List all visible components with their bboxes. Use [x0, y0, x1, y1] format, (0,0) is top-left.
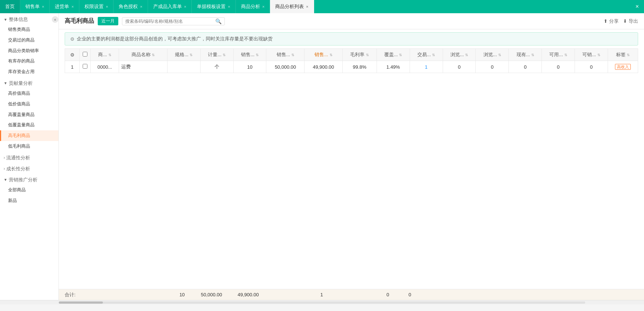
- content-area: 高毛利商品 近一月 🔍 ⬆ 分享 ⬇ 导出 ⚙ 企业的主要的利润都是这部分商品创…: [59, 13, 644, 300]
- scrollbar-thumb[interactable]: [59, 301, 103, 304]
- table-container: ⚙ 商... ⇅ 商品名称 ⇅ 规格... ⇅ 计量... ⇅ 销售... ⇅ …: [59, 48, 644, 289]
- cell-current-stock: 0: [509, 61, 542, 73]
- footer-blank4: [289, 292, 311, 297]
- scrollbar-track: [59, 301, 585, 304]
- col-current-stock[interactable]: 现有... ⇅: [509, 49, 542, 61]
- sidebar-group-overall[interactable]: ▼ 整体信息: [0, 13, 58, 24]
- cell-sales-qty: 10: [233, 61, 266, 73]
- nav-role[interactable]: 角色授权 ×: [114, 0, 148, 13]
- close-analysis-tab[interactable]: ×: [262, 4, 265, 9]
- share-button[interactable]: ⬆ 分享: [604, 18, 619, 25]
- sidebar-item-low-margin[interactable]: 低毛利商品: [0, 141, 58, 152]
- data-table: ⚙ 商... ⇅ 商品名称 ⇅ 规格... ⇅ 计量... ⇅ 销售... ⇅ …: [65, 48, 638, 73]
- footer-current-stock-val: 0: [377, 292, 399, 297]
- col-sku-code[interactable]: 商... ⇅: [91, 49, 119, 61]
- trade-count-link[interactable]: 1: [425, 64, 428, 70]
- col-sales-cost[interactable]: 销售... ⇅: [305, 49, 343, 61]
- footer-available-stock-val: 0: [399, 292, 421, 297]
- col-sales-amount[interactable]: 销售... ⇅: [266, 49, 305, 61]
- footer-amount-val: 50,000.00: [193, 292, 230, 297]
- nav-sales[interactable]: 销售单 ×: [20, 0, 50, 13]
- nav-home[interactable]: 首页: [0, 0, 20, 13]
- cell-spec: [167, 61, 200, 73]
- sidebar-item-traded-goods[interactable]: 交易过的商品: [0, 35, 58, 46]
- footer-blank1: [127, 292, 149, 297]
- cell-trade-count: 1: [410, 61, 443, 73]
- search-box: 🔍: [122, 17, 225, 25]
- sidebar-item-low-value[interactable]: 低价值商品: [0, 99, 58, 109]
- close-purchase-tab[interactable]: ×: [71, 4, 73, 9]
- close-sales-tab[interactable]: ×: [42, 4, 44, 9]
- footer-total-label: 合计:: [65, 292, 76, 298]
- group-arrow-overall: ▼: [4, 18, 7, 22]
- col-spec[interactable]: 规格... ⇅: [167, 49, 200, 61]
- export-button[interactable]: ⬇ 导出: [623, 18, 638, 25]
- cell-index: 1: [65, 61, 80, 73]
- nav-template[interactable]: 单据模板设置 ×: [192, 0, 235, 13]
- cell-unit: 个: [200, 61, 233, 73]
- footer-bar: 合计: 10 50,000.00 49,900.00 1 0 0: [59, 289, 644, 300]
- col-sales-qty[interactable]: 销售... ⇅: [233, 49, 266, 61]
- col-checkbox: [80, 49, 91, 61]
- close-analysis-list-tab[interactable]: ×: [306, 4, 308, 9]
- footer-sales-qty: [83, 292, 127, 297]
- sidebar-group-contribution[interactable]: ▼ 贡献量分析: [0, 77, 58, 88]
- sidebar-item-low-coverage[interactable]: 低覆盖量商品: [0, 120, 58, 130]
- content-header: 高毛利商品 近一月 🔍 ⬆ 分享 ⬇ 导出: [59, 13, 644, 29]
- settings-icon[interactable]: ⚙: [70, 52, 75, 58]
- col-browse1[interactable]: 浏览... ⇅: [443, 49, 476, 61]
- footer-blank2: [149, 292, 171, 297]
- sidebar-item-category-assist[interactable]: 商品分类助销率: [0, 46, 58, 56]
- cell-checkbox: [80, 61, 91, 73]
- sidebar-item-high-coverage[interactable]: 高覆盖量商品: [0, 109, 58, 120]
- close-template-tab[interactable]: ×: [228, 4, 230, 9]
- filter-recent-month-button[interactable]: 近一月: [98, 17, 118, 25]
- col-coverage[interactable]: 覆盖... ⇅: [377, 49, 410, 61]
- sidebar-item-high-margin[interactable]: 高毛利商品: [0, 130, 58, 141]
- nav-product-inbound[interactable]: 产成品入库单 ×: [148, 0, 192, 13]
- col-unit[interactable]: 计量... ⇅: [200, 49, 233, 61]
- sidebar-group-marketing[interactable]: ▼ 营销推广分析: [0, 174, 58, 185]
- col-trade-count[interactable]: 交易... ⇅: [410, 49, 443, 61]
- select-all-checkbox[interactable]: [83, 52, 87, 57]
- nav-product-analysis-list[interactable]: 商品分析列表 ×: [270, 0, 314, 13]
- close-role-tab[interactable]: ×: [140, 4, 142, 9]
- alert-text: 企业的主要的利润都是这部分商品创造的，可考虑加大推广，同时关注库存量是不要出现缺…: [77, 36, 273, 42]
- search-icon[interactable]: 🔍: [215, 18, 222, 24]
- horizontal-scrollbar[interactable]: [0, 300, 644, 304]
- sidebar-item-high-value[interactable]: 高价值商品: [0, 88, 58, 99]
- search-input[interactable]: [125, 19, 215, 24]
- row-checkbox[interactable]: [83, 64, 87, 69]
- sidebar-group-liquidity[interactable]: › 流通性分析: [0, 152, 58, 163]
- sidebar-item-new-goods[interactable]: 新品: [0, 195, 58, 206]
- group-arrow-growth: ›: [4, 167, 5, 171]
- nav-purchase[interactable]: 进货单 ×: [50, 0, 79, 13]
- cell-tag: 高收入: [608, 61, 638, 73]
- close-permission-tab[interactable]: ×: [106, 4, 108, 9]
- col-browse2[interactable]: 浏览... ⇅: [476, 49, 509, 61]
- cell-sku-code: 0000...: [91, 61, 119, 73]
- sidebar-item-sales-goods[interactable]: 销售类商品: [0, 24, 58, 35]
- footer-cost-val: 49,900.00: [230, 292, 267, 297]
- nav-permission[interactable]: 权限设置 ×: [79, 0, 114, 13]
- col-available-stock[interactable]: 可用... ⇅: [542, 49, 575, 61]
- col-gross-margin[interactable]: 毛利率 ⇅: [342, 49, 377, 61]
- cell-name: 运费: [119, 61, 168, 73]
- tag-badge: 高收入: [615, 64, 631, 70]
- col-saleable-stock[interactable]: 可销... ⇅: [575, 49, 608, 61]
- sidebar-item-stock-goods[interactable]: 有库存的商品: [0, 56, 58, 66]
- nav-product-analysis[interactable]: 商品分析 ×: [236, 0, 270, 13]
- col-name[interactable]: 商品名称 ⇅: [119, 49, 168, 61]
- col-tag[interactable]: 标签 ⇅: [608, 49, 638, 61]
- sidebar-item-stock-capital[interactable]: 库存资金占用: [0, 66, 58, 77]
- cell-browse2: 0: [476, 61, 509, 73]
- sidebar: « ▼ 整体信息 销售类商品 交易过的商品 商品分类助销率 有库存的商品 库存资…: [0, 13, 59, 300]
- sidebar-group-growth[interactable]: › 成长性分析: [0, 163, 58, 174]
- close-all-tabs[interactable]: ×: [630, 3, 644, 10]
- close-product-inbound-tab[interactable]: ×: [184, 4, 186, 9]
- cell-browse1: 0: [443, 61, 476, 73]
- sidebar-collapse-button[interactable]: «: [52, 16, 58, 23]
- cell-coverage: 1.49%: [377, 61, 410, 73]
- sidebar-item-all-goods[interactable]: 全部商品: [0, 185, 58, 195]
- footer-trade-val: 1: [311, 292, 333, 297]
